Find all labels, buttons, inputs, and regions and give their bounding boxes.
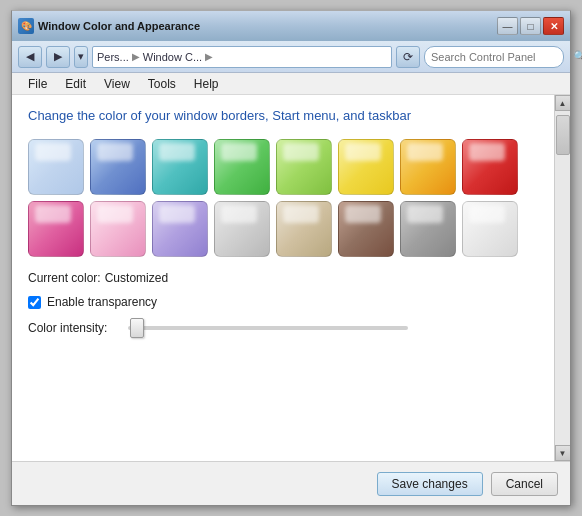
current-color-value: Customized <box>105 271 168 285</box>
scroll-track <box>555 111 570 445</box>
window: 🎨 Window Color and Appearance — □ ✕ ◀ ▶ … <box>11 10 571 506</box>
window-icon: 🎨 <box>18 18 34 34</box>
menu-tools[interactable]: Tools <box>140 75 184 93</box>
swatches-grid <box>28 139 538 257</box>
nav-dropdown-button[interactable]: ▾ <box>74 46 88 68</box>
swatch-teal[interactable] <box>152 139 208 195</box>
maximize-button[interactable]: □ <box>520 17 541 35</box>
minimize-button[interactable]: — <box>497 17 518 35</box>
breadcrumb-item-2[interactable]: Window C... <box>143 51 202 63</box>
current-color-row: Current color: Customized <box>28 271 538 285</box>
menu-view[interactable]: View <box>96 75 138 93</box>
scroll-up-button[interactable]: ▲ <box>555 95 571 111</box>
title-bar-buttons: — □ ✕ <box>497 17 564 35</box>
swatch-blue[interactable] <box>90 139 146 195</box>
search-box: 🔍 <box>424 46 564 68</box>
swatch-lavender[interactable] <box>152 201 208 257</box>
swatch-lime[interactable] <box>276 139 332 195</box>
search-icon: 🔍 <box>573 50 582 63</box>
swatch-red[interactable] <box>462 139 518 195</box>
refresh-button[interactable]: ⟳ <box>396 46 420 68</box>
swatch-gray[interactable] <box>400 201 456 257</box>
swatch-yellow[interactable] <box>338 139 394 195</box>
save-changes-button[interactable]: Save changes <box>377 472 483 496</box>
back-button[interactable]: ◀ <box>18 46 42 68</box>
breadcrumb-item-1[interactable]: Pers... <box>97 51 129 63</box>
title-bar-left: 🎨 Window Color and Appearance <box>18 18 200 34</box>
transparency-checkbox[interactable] <box>28 296 41 309</box>
transparency-row: Enable transparency <box>28 295 538 309</box>
breadcrumb-separator: ▶ <box>132 51 140 62</box>
menu-help[interactable]: Help <box>186 75 227 93</box>
page-title: Change the color of your window borders,… <box>28 107 538 125</box>
swatch-white[interactable] <box>462 201 518 257</box>
main-content: Change the color of your window borders,… <box>12 95 554 461</box>
swatch-green[interactable] <box>214 139 270 195</box>
menu-edit[interactable]: Edit <box>57 75 94 93</box>
address-bar: ◀ ▶ ▾ Pers... ▶ Window C... ▶ ⟳ 🔍 <box>12 41 570 73</box>
current-color-label: Current color: <box>28 271 101 285</box>
forward-button[interactable]: ▶ <box>46 46 70 68</box>
search-input[interactable] <box>431 51 569 63</box>
breadcrumb-separator-2: ▶ <box>205 51 213 62</box>
swatch-pink[interactable] <box>28 201 84 257</box>
swatch-tan[interactable] <box>276 201 332 257</box>
close-button[interactable]: ✕ <box>543 17 564 35</box>
breadcrumb: Pers... ▶ Window C... ▶ <box>92 46 392 68</box>
window-title: Window Color and Appearance <box>38 20 200 32</box>
swatch-silver[interactable] <box>214 201 270 257</box>
menu-bar: File Edit View Tools Help <box>12 73 570 95</box>
footer: Save changes Cancel <box>12 461 570 505</box>
content-wrapper: Change the color of your window borders,… <box>12 95 570 461</box>
title-bar: 🎨 Window Color and Appearance — □ ✕ <box>12 11 570 41</box>
transparency-label[interactable]: Enable transparency <box>47 295 157 309</box>
swatch-orange[interactable] <box>400 139 456 195</box>
menu-file[interactable]: File <box>20 75 55 93</box>
intensity-slider-track[interactable] <box>128 326 408 330</box>
intensity-row: Color intensity: <box>28 321 538 335</box>
cancel-button[interactable]: Cancel <box>491 472 558 496</box>
intensity-slider-thumb[interactable] <box>130 318 144 338</box>
swatch-lightpink[interactable] <box>90 201 146 257</box>
swatch-brown[interactable] <box>338 201 394 257</box>
scrollbar: ▲ ▼ <box>554 95 570 461</box>
swatch-sky[interactable] <box>28 139 84 195</box>
scroll-down-button[interactable]: ▼ <box>555 445 571 461</box>
intensity-label: Color intensity: <box>28 321 118 335</box>
scroll-thumb[interactable] <box>556 115 570 155</box>
